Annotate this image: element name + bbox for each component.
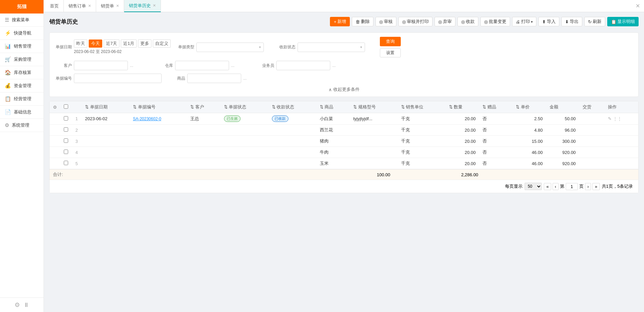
sidebar-item-label: 系统管理	[12, 122, 29, 128]
col-doc-no[interactable]: ⇅ 单据编号	[130, 101, 187, 113]
window-close-icon[interactable]: ✕	[636, 3, 640, 9]
col-gear[interactable]: ⚙	[50, 101, 60, 113]
audit-button[interactable]: ◎ 审核	[375, 17, 396, 26]
doc-date-cell	[82, 147, 130, 158]
customer-label: 客户	[55, 63, 72, 69]
collect-status-cell	[269, 158, 316, 169]
total-records-label: 共1页，5条记录	[602, 183, 633, 189]
goods-input[interactable]	[187, 74, 241, 83]
filter-row-3: 单据编号 商品 ...	[55, 74, 633, 83]
batch-change-button[interactable]: ◎ 批量变更	[480, 17, 510, 26]
row-checkbox[interactable]	[64, 116, 68, 121]
add-button[interactable]: + 新增	[330, 17, 350, 26]
action-cell	[605, 147, 638, 158]
settings-button[interactable]: 设置	[380, 48, 401, 57]
prev-page-button[interactable]: ‹	[553, 183, 559, 190]
sidebar-item-purchase-mgmt[interactable]: 🛒 采购管理	[0, 53, 44, 66]
discard-button[interactable]: ◎ 弃审	[435, 17, 455, 26]
select-all-checkbox[interactable]	[64, 104, 68, 109]
row-checkbox[interactable]	[64, 138, 68, 143]
export-button[interactable]: ⬇ 导出	[561, 17, 582, 26]
doc-no-link[interactable]: SA-20230602-0	[133, 116, 161, 121]
tab-home[interactable]: 首页	[45, 0, 64, 12]
customer-input[interactable]	[74, 61, 128, 70]
tab-sales-history[interactable]: 销货单历史 ✕	[124, 0, 161, 12]
col-goods[interactable]: ⇅ 商品	[316, 101, 350, 113]
collect-button[interactable]: ◎ 收款	[457, 17, 478, 26]
col-spec[interactable]: ⇅ 规格型号	[350, 101, 398, 113]
customer-cell	[187, 147, 220, 158]
date-btn-custom[interactable]: 自定义	[153, 40, 171, 48]
filter-date: 单据日期 昨天 今天 近7天 近1月 更多 自定义 2023-06-02 至 2…	[55, 40, 171, 55]
warehouse-ellipsis[interactable]: ...	[231, 63, 234, 68]
date-btn-more[interactable]: 更多	[138, 40, 151, 48]
staff-ellipsis[interactable]: ...	[332, 63, 336, 68]
col-doc-status[interactable]: ⇅ 单据状态	[221, 101, 269, 113]
collect-status-badge: 已收款	[272, 115, 288, 122]
per-page-select[interactable]: 50 100	[525, 183, 542, 190]
app-logo: 拓猫	[0, 0, 44, 14]
filter-row-1: 单据日期 昨天 今天 近7天 近1月 更多 自定义 2023-06-02 至 2…	[55, 37, 633, 57]
refresh-button[interactable]: ↻ 刷新	[584, 17, 605, 26]
col-qty[interactable]: ⇅ 数量	[446, 101, 479, 113]
sort-icon: ⇅	[320, 104, 324, 109]
sales-unit-cell: 千克	[398, 147, 446, 158]
date-btn-today[interactable]: 今天	[89, 40, 102, 48]
date-btn-1month[interactable]: 近1月	[121, 40, 137, 48]
col-customer[interactable]: ⇅ 客户	[187, 101, 220, 113]
tab-sales-order[interactable]: 销售订单 ✕	[64, 0, 96, 12]
sidebar-item-search-menu[interactable]: ☰ 搜索菜单	[0, 14, 44, 27]
audit-print-button[interactable]: ◎ 审核并打印	[398, 17, 432, 26]
col-sales-unit[interactable]: ⇅ 销售单位	[398, 101, 446, 113]
sidebar-item-operations[interactable]: 📋 经营管理	[0, 93, 44, 106]
sidebar-item-quick-nav[interactable]: ⚡ 快捷导航	[0, 27, 44, 40]
col-doc-date[interactable]: ⇅ 单据日期	[82, 101, 130, 113]
import-button[interactable]: ⬆ 导入	[538, 17, 559, 26]
close-sales-order-icon[interactable]: ✕	[88, 4, 91, 8]
row-checkbox[interactable]	[64, 127, 68, 132]
sidebar-settings-icon[interactable]: ⚙	[15, 301, 20, 309]
row-checkbox[interactable]	[64, 161, 68, 165]
sidebar-item-label: 快捷导航	[14, 30, 31, 36]
col-gift[interactable]: ⇅ 赠品	[479, 101, 512, 113]
sales-unit-cell: 千克	[398, 113, 446, 125]
next-page-button[interactable]: ›	[585, 183, 591, 190]
customer-ellipsis[interactable]: ...	[130, 63, 133, 68]
sidebar-item-system-mgmt[interactable]: ⚙ 系统管理	[0, 119, 44, 132]
sales-mgmt-icon: 📊	[5, 43, 11, 49]
sidebar-item-inventory[interactable]: 🏠 库存核算	[0, 66, 44, 79]
warehouse-input[interactable]	[175, 61, 229, 70]
collapse-button[interactable]: ∧ 收起更多条件	[55, 86, 633, 93]
doc-status-cell	[221, 136, 269, 147]
sidebar-collapse-icon[interactable]: ⏸	[23, 302, 29, 309]
date-btn-yesterday[interactable]: 昨天	[74, 40, 87, 48]
doc-no-input[interactable]	[74, 74, 162, 83]
tab-sales-delivery[interactable]: 销货单 ✕	[96, 0, 124, 12]
doc-type-select[interactable]: ▾	[196, 43, 264, 52]
edit-icon[interactable]: ✎	[608, 116, 612, 121]
sidebar-item-finance[interactable]: 💰 资金管理	[0, 79, 44, 93]
col-checkbox[interactable]	[60, 101, 72, 113]
date-btn-7days[interactable]: 近7天	[104, 40, 119, 48]
show-detail-button[interactable]: 📋 显示明细	[607, 17, 639, 26]
row-checkbox[interactable]	[64, 150, 68, 154]
delete-button[interactable]: 🗑 删除	[352, 17, 373, 26]
staff-input[interactable]	[276, 61, 330, 70]
col-unit-price[interactable]: ⇅ 单价	[512, 101, 546, 113]
close-sales-history-icon[interactable]: ✕	[153, 3, 156, 8]
col-transaction[interactable]: 交货	[579, 101, 605, 113]
page-input[interactable]	[566, 183, 578, 190]
print-button[interactable]: 🖨 打印 ▾	[512, 17, 536, 26]
last-page-button[interactable]: »	[592, 183, 599, 190]
close-sales-delivery-icon[interactable]: ✕	[116, 4, 119, 8]
collect-status-select[interactable]: ▾	[298, 43, 365, 52]
more-icon[interactable]: ⋮⋮	[613, 116, 622, 121]
query-button[interactable]: 查询	[380, 37, 401, 46]
col-collect-status[interactable]: ⇅ 收款状态	[269, 101, 316, 113]
sidebar-item-sales-mgmt[interactable]: 📊 销售管理	[0, 40, 44, 53]
col-amount[interactable]: 金额	[546, 101, 579, 113]
tab-home-label: 首页	[50, 3, 59, 9]
goods-ellipsis[interactable]: ...	[243, 76, 247, 81]
sidebar-item-basic-info[interactable]: 📄 基础信息	[0, 106, 44, 119]
first-page-button[interactable]: «	[544, 183, 551, 190]
